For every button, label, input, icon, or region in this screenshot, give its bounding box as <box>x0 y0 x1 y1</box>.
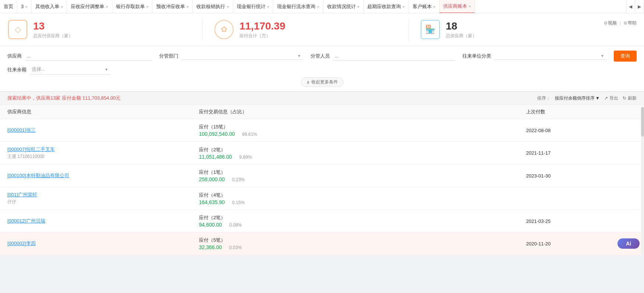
scrollbar-track[interactable] <box>641 107 644 255</box>
cash-stat-label: 现金银行统计 <box>237 3 266 10</box>
results-header: 搜索结果中，供应商13家 应付金额 111,703,854.00元 排序： 按应… <box>0 92 644 105</box>
nav-tab-prepay[interactable]: 预收冲应收单 × <box>153 0 193 13</box>
tx-info-6: 应付（5笔） 32,366.00 0.03% <box>199 237 526 250</box>
tx-info-4: 应付（4笔） 164,635.90 0.15% <box>199 192 526 205</box>
close-icon[interactable]: × <box>106 4 108 9</box>
tx-percent-2: 9.89% <box>239 155 252 160</box>
supplier-sub-2: 王通 17106110000 <box>7 154 199 160</box>
tx-label-1: 应付（15笔） <box>199 124 526 130</box>
tx-amount-3: 258,000.00 <box>199 176 225 182</box>
close-icon[interactable]: × <box>267 4 269 9</box>
tx-amount-4: 164,635.90 <box>199 199 225 205</box>
close-icon[interactable]: × <box>357 4 360 9</box>
tx-label-2: 应付（2笔） <box>199 146 526 153</box>
filter-area: 供应商 分管部门 ▼ 分管人员 往来单位分类 ▼ 查询 往来余额 选择 <box>0 46 644 92</box>
nav-tab-cash-flow[interactable]: 现金银行流水查询 × <box>273 0 323 13</box>
person-input[interactable] <box>333 52 455 61</box>
scrollbar-thumb[interactable] <box>641 107 644 137</box>
nav-tab-overdue-ar[interactable]: 超期应收款查询 × <box>364 0 409 13</box>
tx-amount-5: 94,600.00 <box>199 222 222 228</box>
tx-info-2: 应付（2笔） 11,051,486.00 9.89% <box>199 146 526 160</box>
help-link[interactable]: ⊙ 帮助 <box>624 20 637 26</box>
nav-tab-cash-stat[interactable]: 现金银行统计 × <box>233 0 273 13</box>
close-icon[interactable]: × <box>317 4 319 9</box>
receipt-stat-label: 收款情况统计 <box>327 3 356 10</box>
table-row: [000007]恒旺二手叉车 王通 17106110000 应付（2笔） 11,… <box>0 142 644 165</box>
search-button[interactable]: 查询 <box>614 51 637 62</box>
tx-amount-row-5: 94,600.00 0.08% <box>199 221 526 228</box>
filter-row-1: 供应商 分管部门 ▼ 分管人员 往来单位分类 ▼ 查询 <box>7 51 637 62</box>
chevron-down-icon: ▼ <box>297 54 301 58</box>
supplier-link-1[interactable]: [000001]张三 <box>7 127 199 134</box>
close-icon[interactable]: × <box>402 4 405 9</box>
nav-next-arrow[interactable]: ▶ <box>635 0 644 13</box>
supplier-link-6[interactable]: [000002]李四 <box>7 240 199 247</box>
other-income-label: 其他收入单 <box>35 3 59 10</box>
tx-info-cell-2: 应付（2笔） 11,051,486.00 9.89% <box>199 146 526 160</box>
nav-prev-arrow[interactable]: ◀ <box>626 0 635 13</box>
supplier-input[interactable] <box>25 52 152 61</box>
supplier-link-4[interactable]: [001]广州荣轩 <box>7 192 199 198</box>
close-icon[interactable]: × <box>61 4 63 9</box>
dept-select[interactable]: ▼ <box>181 52 304 60</box>
filter-dept: 分管部门 ▼ <box>159 52 304 60</box>
supplier-filter-label: 供应商 <box>7 53 22 59</box>
refresh-button[interactable]: ↻ 刷新 <box>623 95 637 101</box>
sort-value-text: 按应付余额倒序排序 <box>555 95 595 101</box>
stat-label-1: 总应付供应商（家） <box>33 33 73 39</box>
supplier-link-2[interactable]: [000007]恒旺二手叉车 <box>7 146 199 153</box>
table-row: [000001]张三 应付（15笔） 100,092,540.00 89.61%… <box>0 119 644 142</box>
nav-tab-receipt-stat[interactable]: 收款情况统计 × <box>323 0 364 13</box>
sort-dropdown[interactable]: 按应付余额倒序排序 ▼ <box>555 95 600 101</box>
table-row: [000100]本特勤油品有限公司 应付（1笔） 258,000.00 0.23… <box>0 165 644 187</box>
tx-info-cell-4: 应付（4笔） 164,635.90 0.15% <box>199 192 526 205</box>
export-icon: ↗ <box>604 96 608 101</box>
last-date-3: 2023-01-30 <box>526 173 637 179</box>
category-filter-label: 往来单位分类 <box>462 53 491 59</box>
stat-value-3: 18 <box>446 20 477 32</box>
stat-text-3: 18 总供应商（家） <box>446 20 477 39</box>
stats-row: ◇ 13 总应付供应商（家） ✿ 11,170.39 应付合计（万） 🏪 18 … <box>0 13 644 46</box>
close-icon[interactable]: × <box>25 4 27 9</box>
supplier-link-3[interactable]: [000100]本特勤油品有限公司 <box>7 172 199 179</box>
stat-label-3: 总供应商（家） <box>446 33 477 39</box>
close-icon[interactable]: × <box>433 4 435 9</box>
nav-tab-bank-deposit[interactable]: 银行存取款单 × <box>112 0 153 13</box>
main-table: 供应商信息 应付交易信息（占比） 上次付数 [000001]张三 应付（15笔）… <box>0 105 644 255</box>
tx-amount-row-4: 164,635.90 0.15% <box>199 199 526 205</box>
nav-tab-home[interactable]: 首页 <box>0 0 17 13</box>
close-icon[interactable]: × <box>469 4 471 8</box>
video-link[interactable]: ⊙ 视频 <box>604 20 617 26</box>
link-separator: | <box>620 21 621 26</box>
close-icon[interactable]: × <box>227 4 229 9</box>
total-supplier-icon: 🏪 <box>420 19 441 40</box>
tx-percent-5: 0.08% <box>229 223 242 228</box>
stat-divider-2 <box>409 18 409 41</box>
top-right-links: ⊙ 视频 | ⊙ 帮助 <box>604 20 637 26</box>
tx-info-cell-3: 应付（1笔） 258,000.00 0.23% <box>199 169 526 182</box>
close-icon[interactable]: × <box>146 4 148 9</box>
tx-amount-row-6: 32,366.00 0.03% <box>199 244 526 250</box>
nav-tab-receipt-verify[interactable]: 收款核销执行 × <box>193 0 233 13</box>
nav-tab-other-income[interactable]: 其他收入单 × <box>32 0 67 13</box>
refresh-label: 刷新 <box>628 95 637 101</box>
stat-text-1: 13 总应付供应商（家） <box>33 20 73 39</box>
supplier-link-5[interactable]: [000012]广州贝瑞 <box>7 218 199 224</box>
close-icon[interactable]: × <box>186 4 189 9</box>
nav-tab-3[interactable]: 3 × <box>17 0 32 13</box>
export-button[interactable]: ↗ 导出 <box>604 95 618 101</box>
collapse-button[interactable]: ∧ 收起更多条件 <box>301 77 343 87</box>
tx-info-cell-5: 应付（2笔） 94,600.00 0.08% <box>199 214 526 228</box>
ai-badge[interactable]: Ai <box>617 238 640 249</box>
ap-total-icon: ✿ <box>214 19 234 40</box>
supplier-info-cell: [000002]李四 <box>7 240 199 247</box>
overdue-ar-label: 超期应收款查询 <box>367 3 401 10</box>
nav-tab-ar-ap-adjust[interactable]: 应收应付调整单 × <box>67 0 112 13</box>
store-icon: 🏪 <box>421 20 440 39</box>
category-select[interactable]: ▼ <box>494 52 607 60</box>
tx-percent-4: 0.15% <box>232 200 245 205</box>
balance-select[interactable]: 选择... ▼ <box>29 65 111 75</box>
supplier-info-cell: [000007]恒旺二手叉车 王通 17106110000 <box>7 146 199 160</box>
nav-tab-supplier-ledger[interactable]: 供应商账本 × <box>440 0 475 13</box>
nav-tab-customer-ledger[interactable]: 客户账本 × <box>409 0 440 13</box>
